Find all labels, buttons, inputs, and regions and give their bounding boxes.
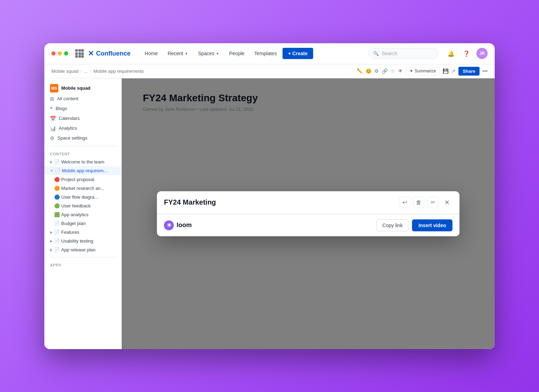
sidebar-divider-2 bbox=[50, 257, 116, 257]
modal-overlay: FY24 Marketing ↩ 🗑 ✂ ✕ bbox=[122, 78, 495, 349]
link-icon[interactable]: 🔗 bbox=[382, 68, 388, 74]
breadcrumb-sep: / bbox=[81, 69, 82, 74]
logo: ✕ Confluence bbox=[88, 49, 131, 58]
edit-icon[interactable]: ✏️ bbox=[357, 68, 363, 74]
page-icon: 📄 bbox=[55, 168, 61, 173]
save-icon[interactable]: 💾 bbox=[443, 68, 449, 74]
loom-logo: ✳ loom bbox=[164, 220, 192, 230]
sidebar-item-blogs[interactable]: ❝ Blogs bbox=[44, 104, 121, 114]
nav-recent[interactable]: Recent ▼ bbox=[163, 49, 192, 58]
chevron-right-icon: ▶ bbox=[50, 248, 53, 252]
breadcrumb-parent: ... bbox=[84, 69, 88, 74]
calendar-icon: 📅 bbox=[50, 116, 56, 121]
external-link-icon[interactable]: ↗ bbox=[451, 68, 456, 74]
sidebar-tree-project-proposal[interactable]: 🔴 Project proposal bbox=[44, 175, 121, 184]
nav-people[interactable]: People bbox=[225, 49, 249, 58]
grid-icon[interactable] bbox=[75, 49, 84, 58]
sidebar-tree-user-feedback[interactable]: 🟢 User feedback bbox=[44, 201, 121, 210]
page-icon-green: 🟢 bbox=[54, 203, 60, 208]
page-icon-orange: 🟠 bbox=[54, 186, 60, 191]
page-icon-doc: 📄 bbox=[54, 221, 60, 226]
help-icon[interactable]: ❓ bbox=[461, 48, 472, 59]
page-icon-doc: 📄 bbox=[54, 238, 60, 244]
page-icon-blue: 🔵 bbox=[54, 194, 60, 200]
sidebar-divider bbox=[50, 146, 116, 146]
browser-window: ✕ Confluence Home Recent ▼ Spaces ▼ Peop… bbox=[44, 43, 495, 349]
space-name: Mobile squad bbox=[61, 85, 90, 91]
cut-button[interactable]: ✂ bbox=[427, 197, 438, 208]
sidebar-item-calendars[interactable]: 📅 Calendars bbox=[44, 114, 121, 123]
sidebar-tree-usability[interactable]: ▶ 📄 Usability testing bbox=[44, 237, 121, 245]
copy-link-button[interactable]: Copy link bbox=[376, 219, 409, 231]
ai-icon: ✦ bbox=[410, 69, 413, 73]
chevron-right-icon: ▶ bbox=[50, 239, 53, 243]
sidebar-tree-features[interactable]: ▶ 📄 Features bbox=[44, 228, 121, 237]
notifications-icon[interactable]: 🔔 bbox=[445, 48, 457, 59]
loom-logo-text: loom bbox=[177, 221, 192, 229]
chevron-right-icon: ▶ bbox=[50, 230, 53, 234]
content-section-label: CONTENT bbox=[44, 149, 121, 158]
sidebar-item-space-settings[interactable]: ⚙ Space settings bbox=[44, 133, 121, 143]
nav-home[interactable]: Home bbox=[140, 49, 162, 58]
modal-title: FY24 Marketing bbox=[164, 198, 216, 206]
page-icon-square-green: 🟩 bbox=[54, 212, 60, 217]
nav-templates[interactable]: Templates bbox=[250, 49, 281, 58]
page-icon-doc: 📄 bbox=[54, 247, 60, 252]
nav-icons: 🔔 ❓ JR bbox=[445, 48, 488, 59]
confluence-logo-text: Confluence bbox=[96, 50, 131, 57]
sidebar-tree-user-flow[interactable]: 🔵 User flow diagra... bbox=[44, 193, 121, 201]
modal-footer: ✳ loom Copy link Insert video bbox=[157, 214, 459, 236]
confluence-logo-icon: ✕ bbox=[88, 49, 94, 58]
sidebar: MS Mobile squad ⊞ All content ❝ Blogs 📅 … bbox=[44, 78, 122, 349]
delete-button[interactable]: 🗑 bbox=[413, 197, 424, 208]
modal-header: FY24 Marketing ↩ 🗑 ✂ ✕ bbox=[157, 191, 459, 214]
page-icon: 📄 bbox=[54, 159, 60, 165]
sidebar-item-analytics[interactable]: 📊 Analytics bbox=[44, 123, 121, 133]
undo-button[interactable]: ↩ bbox=[399, 197, 410, 208]
summarize-button[interactable]: ✦ Summarize bbox=[406, 67, 440, 75]
loom-modal: FY24 Marketing ↩ 🗑 ✂ ✕ bbox=[157, 191, 459, 236]
sidebar-tree-market-research[interactable]: 🟠 Market research an... bbox=[44, 184, 121, 193]
sidebar-tree-welcome[interactable]: ▶ 📄 Welcome to the team bbox=[44, 158, 121, 166]
breadcrumb-sep2: / bbox=[90, 69, 91, 74]
main-content: MS Mobile squad ⊞ All content ❝ Blogs 📅 … bbox=[44, 78, 495, 349]
page-icon-doc: 📄 bbox=[54, 230, 60, 235]
user-avatar[interactable]: JR bbox=[476, 48, 488, 59]
blog-icon: ❝ bbox=[50, 106, 53, 111]
nav-links: Home Recent ▼ Spaces ▼ People Templates … bbox=[140, 48, 365, 59]
more-options-icon[interactable]: ••• bbox=[482, 68, 488, 74]
space-icon: MS bbox=[50, 84, 58, 92]
grid-small-icon: ⊞ bbox=[50, 96, 54, 102]
sidebar-tree-app-analytics[interactable]: 🟩 App analytics bbox=[44, 210, 121, 219]
settings-icon[interactable]: ⚙ bbox=[374, 68, 379, 74]
page-icon-red: 🔴 bbox=[54, 177, 60, 182]
close-dot[interactable] bbox=[51, 51, 56, 56]
chevron-down-icon: ▼ bbox=[185, 52, 188, 56]
top-nav: ✕ Confluence Home Recent ▼ Spaces ▼ Peop… bbox=[44, 43, 495, 64]
analytics-icon: 📊 bbox=[50, 126, 56, 131]
loom-asterisk-icon: ✳ bbox=[164, 220, 174, 230]
page-content: FY24 Marketing Strategy Owned by Jane Ro… bbox=[122, 78, 495, 349]
share-button[interactable]: Share bbox=[458, 67, 480, 76]
chevron-right-icon: ▶ bbox=[50, 160, 53, 164]
sidebar-tree-mobile-app[interactable]: ▼ 📄 Mobile app requirem... bbox=[44, 166, 121, 175]
view-icon[interactable]: 👁 bbox=[398, 68, 403, 74]
insert-video-button[interactable]: Insert video bbox=[412, 219, 452, 231]
emoji-icon[interactable]: 😊 bbox=[366, 68, 372, 74]
sidebar-item-all-content[interactable]: ⊞ All content bbox=[44, 94, 121, 104]
modal-footer-actions: Copy link Insert video bbox=[376, 219, 452, 231]
breadcrumb-page: Mobile app requirements bbox=[93, 69, 144, 74]
breadcrumb: Mobile squad / ... / Mobile app requirem… bbox=[51, 69, 354, 74]
chevron-down-icon: ▼ bbox=[50, 169, 53, 173]
close-button[interactable]: ✕ bbox=[441, 197, 452, 208]
sidebar-tree-budget-plan[interactable]: 📄 Budget plan bbox=[44, 219, 121, 228]
minimize-dot[interactable] bbox=[58, 51, 62, 56]
star-icon[interactable]: ☆ bbox=[391, 68, 395, 74]
search-bar[interactable]: 🔍 Search bbox=[368, 48, 438, 59]
sidebar-tree-app-release[interactable]: ▶ 📄 App release plan bbox=[44, 245, 121, 254]
maximize-dot[interactable] bbox=[64, 51, 68, 56]
nav-spaces[interactable]: Spaces ▼ bbox=[194, 49, 224, 58]
window-controls bbox=[51, 51, 68, 56]
sidebar-space-header[interactable]: MS Mobile squad bbox=[44, 83, 121, 94]
create-button[interactable]: + Create bbox=[283, 48, 313, 59]
